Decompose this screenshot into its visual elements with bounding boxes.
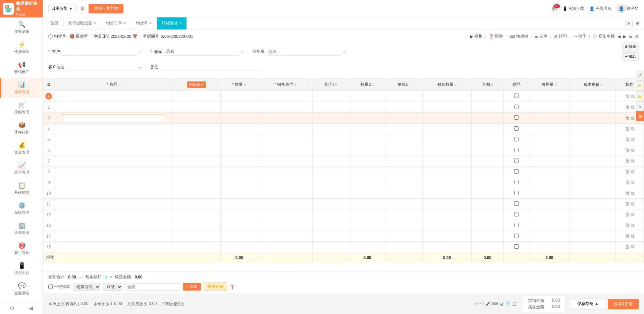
- tab-sale-price[interactable]: 售价提取设置✕: [63, 17, 101, 29]
- sidebar-item-inventory[interactable]: 📦 库存核算: [0, 118, 43, 138]
- calendar-icon[interactable]: 📅: [132, 34, 138, 39]
- cell-sale-unit-12[interactable]: [258, 209, 313, 220]
- cell-sale-unit-6[interactable]: [258, 145, 313, 156]
- cell-unit2-11[interactable]: [386, 199, 423, 209]
- cell-amount-4[interactable]: [471, 124, 503, 134]
- cell-goods-7[interactable]: [54, 156, 173, 167]
- discount-info-icon[interactable]: ℹ: [105, 275, 107, 279]
- cell-pack-1[interactable]: [423, 91, 471, 102]
- cell-gift-12[interactable]: [504, 209, 529, 220]
- cell-cost-12[interactable]: [570, 209, 615, 220]
- sidebar-item-basic[interactable]: 📋 基础信息: [0, 178, 43, 198]
- cell-qty2-15[interactable]: [349, 242, 386, 252]
- cell-unit2-3[interactable]: [386, 113, 423, 124]
- cell-qty2-8[interactable]: [349, 167, 386, 177]
- amount-sort-icon[interactable]: ⇅: [491, 83, 493, 86]
- delete-icon-3[interactable]: 🗑: [625, 115, 630, 121]
- agent-more-icon[interactable]: ···: [343, 49, 346, 54]
- cell-cost-1[interactable]: [570, 91, 615, 102]
- cell-cost-14[interactable]: [570, 231, 615, 242]
- cell-cost-10[interactable]: [570, 188, 615, 199]
- cell-available-2[interactable]: [529, 102, 570, 113]
- select-btn[interactable]: ☰选单: [535, 34, 547, 39]
- toolbar-icon-3[interactable]: 🎤: [486, 301, 491, 307]
- gift-checkbox-8[interactable]: [514, 169, 519, 174]
- fee-split-btn[interactable]: 费用分摊: [204, 282, 227, 291]
- cell-qty2-13[interactable]: [349, 220, 386, 231]
- cell-unit2-9[interactable]: [386, 177, 423, 188]
- cell-available-12[interactable]: [529, 209, 570, 220]
- cell-pack-13[interactable]: [423, 220, 471, 231]
- cell-gift-4[interactable]: [504, 124, 529, 134]
- cell-sale-unit-8[interactable]: [258, 167, 313, 177]
- sidebar-item-operation[interactable]: 📈 经营管理: [0, 158, 43, 178]
- cell-available-9[interactable]: [529, 177, 570, 188]
- qty-sort-icon[interactable]: ⇅: [244, 83, 246, 86]
- gift-checkbox-14[interactable]: [514, 234, 519, 238]
- cell-gift-2[interactable]: [504, 102, 529, 113]
- cell-unit2-5[interactable]: [386, 134, 423, 145]
- cell-cost-6[interactable]: [570, 145, 615, 156]
- cell-gift-6[interactable]: [504, 145, 529, 156]
- price-sort-icon[interactable]: ⇅: [335, 83, 337, 86]
- qty2-sort-icon[interactable]: ⇅: [371, 83, 374, 86]
- toolbar-icon-4[interactable]: ⌨: [492, 301, 498, 307]
- tab-home[interactable]: 首页: [46, 17, 63, 29]
- cell-pack-7[interactable]: [423, 156, 471, 167]
- cell-available-13[interactable]: [529, 220, 570, 231]
- gift-checkbox-12[interactable]: [514, 212, 519, 216]
- tab-close-sale-order[interactable]: ✕: [123, 21, 126, 25]
- cell-amount-15[interactable]: [471, 242, 503, 252]
- cell-gift-10[interactable]: [504, 188, 529, 199]
- cell-goods-14[interactable]: [54, 231, 173, 242]
- delete-icon-4[interactable]: 🗑: [625, 126, 630, 132]
- cell-goods-12[interactable]: [54, 209, 173, 220]
- cell-amount-14[interactable]: [471, 231, 503, 242]
- gift-checkbox-3[interactable]: [514, 115, 519, 120]
- payment-amount-input[interactable]: [125, 283, 180, 291]
- gift-checkbox-9[interactable]: [514, 180, 519, 184]
- float-btn-folder[interactable]: 📁: [636, 80, 644, 91]
- cell-pack-9[interactable]: [423, 177, 471, 188]
- float-btn-star[interactable]: ⭐: [636, 91, 644, 102]
- cell-pack-11[interactable]: [423, 199, 471, 209]
- cell-amount-8[interactable]: [471, 167, 503, 177]
- gift-checkbox-4[interactable]: [514, 126, 519, 131]
- delete-icon-14[interactable]: 🗑: [625, 233, 630, 239]
- cell-qty-7[interactable]: [220, 156, 258, 167]
- sale-unit-sort-icon[interactable]: ⇅: [294, 83, 297, 86]
- gift-checkbox-6[interactable]: [514, 148, 519, 152]
- tab-sale-order[interactable]: 销售订单✕: [101, 17, 131, 29]
- cell-cost-13[interactable]: [570, 220, 615, 231]
- cell-amount-10[interactable]: [471, 188, 503, 199]
- copy-icon-6[interactable]: ⧉: [631, 147, 634, 153]
- address-more-icon[interactable]: ···: [139, 65, 142, 70]
- cell-price-13[interactable]: [313, 220, 349, 231]
- cell-available-14[interactable]: [529, 231, 570, 242]
- copy-icon-1[interactable]: ⧉: [631, 93, 634, 99]
- collapse-icon[interactable]: ◀: [29, 305, 33, 311]
- cell-cost-3[interactable]: [570, 113, 615, 124]
- cell-available-8[interactable]: [529, 167, 570, 177]
- cell-pack-5[interactable]: [423, 134, 471, 145]
- cell-goods-5[interactable]: [54, 134, 173, 145]
- copy-icon-8[interactable]: ⧉: [631, 169, 634, 175]
- available-sort-icon[interactable]: ⇅: [554, 83, 557, 86]
- maximize-tab-btn[interactable]: ⊞: [634, 20, 641, 27]
- goods-input-3[interactable]: [62, 115, 165, 121]
- topbar-gear-icon[interactable]: ⚙: [80, 5, 85, 12]
- cell-price-3[interactable]: [313, 113, 349, 124]
- cell-amount-6[interactable]: [471, 145, 503, 156]
- cell-available-1[interactable]: [529, 91, 570, 102]
- copy-icon-14[interactable]: ⧉: [631, 233, 634, 239]
- next-btn[interactable]: ▶: [623, 34, 626, 39]
- cell-qty-14[interactable]: [220, 231, 258, 242]
- address-input[interactable]: [66, 63, 137, 71]
- sidebar-item-newbie[interactable]: 🎯 新手引导: [0, 239, 43, 259]
- copy-icon-11[interactable]: ⧉: [631, 201, 634, 207]
- cell-amount-1[interactable]: [471, 91, 503, 102]
- gift-checkbox-13[interactable]: [514, 223, 519, 227]
- cell-cost-15[interactable]: [570, 242, 615, 252]
- cell-sale-unit-5[interactable]: [258, 134, 313, 145]
- cell-qty-10[interactable]: [220, 188, 258, 199]
